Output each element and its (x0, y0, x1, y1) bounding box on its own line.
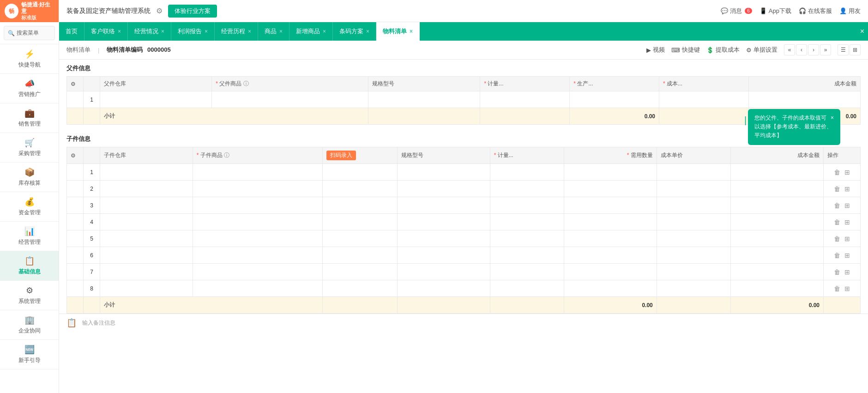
delete-row7-icon[interactable]: 🗑 (834, 268, 840, 276)
child-col-settings[interactable]: ⚙ (67, 147, 84, 164)
parent-row1-production[interactable] (570, 91, 659, 108)
child-row3-unit-price[interactable] (657, 197, 731, 214)
child-row5-warehouse[interactable] (100, 230, 193, 247)
delete-row4-icon[interactable]: 🗑 (834, 218, 840, 226)
sidebar-item-inventory[interactable]: 📦 库存核算 (0, 163, 59, 192)
parent-row1-cost[interactable] (659, 91, 748, 108)
video-button[interactable]: ▶ 视频 (646, 46, 665, 54)
last-page-button[interactable]: » (820, 44, 831, 55)
sidebar-item-basic-info[interactable]: 📋 基础信息 (0, 251, 59, 281)
copy-row4-icon[interactable]: ⊞ (844, 218, 850, 226)
child-row1-unit-price[interactable] (657, 164, 731, 181)
copy-row1-icon[interactable]: ⊞ (844, 169, 850, 176)
child-row4-qty[interactable] (564, 214, 657, 230)
child-row3-unit[interactable] (490, 197, 564, 214)
child-row3-qty[interactable] (564, 197, 657, 214)
app-download-button[interactable]: 📱 App下载 (760, 7, 791, 15)
note-placeholder[interactable]: 输入备注信息 (82, 319, 115, 327)
tooltip-close-button[interactable]: × (831, 114, 834, 122)
parent-row1-spec[interactable] (368, 91, 480, 108)
child-row7-product[interactable] (193, 264, 322, 280)
child-row8-product[interactable] (193, 280, 322, 297)
tab-barcode[interactable]: 条码方案 × (333, 22, 376, 41)
parent-col-settings[interactable]: ⚙ (67, 77, 84, 91)
sidebar-item-sales[interactable]: 💼 销售管理 (0, 103, 59, 133)
delete-row1-icon[interactable]: 🗑 (834, 169, 840, 176)
close-all-tabs-button[interactable]: × (860, 27, 864, 36)
scan-input-button[interactable]: 扫码录入 (326, 151, 356, 160)
child-row6-qty[interactable] (564, 247, 657, 264)
tab-history[interactable]: 经营历程 × (215, 22, 258, 41)
child-row8-warehouse[interactable] (100, 280, 193, 297)
delete-row8-icon[interactable]: 🗑 (834, 285, 840, 292)
message-button[interactable]: 💬 消息 6 (721, 7, 752, 15)
copy-row6-icon[interactable]: ⊞ (844, 252, 850, 259)
child-row2-warehouse[interactable] (100, 181, 193, 197)
settings-gear-icon[interactable]: ⚙ (156, 6, 163, 15)
sidebar-item-enterprise[interactable]: 🏢 企业协同 (0, 310, 59, 340)
child-row4-unit-price[interactable] (657, 214, 731, 230)
child-row7-unit-price[interactable] (657, 264, 731, 280)
tab-close-customers[interactable]: × (118, 28, 121, 35)
child-row3-spec[interactable] (398, 197, 490, 214)
child-row2-unit[interactable] (490, 181, 564, 197)
child-row2-qty[interactable] (564, 181, 657, 197)
parent-row1-warehouse[interactable] (100, 91, 212, 108)
tab-close-bom[interactable]: × (410, 28, 413, 35)
delete-row5-icon[interactable]: 🗑 (834, 235, 840, 242)
tab-customers[interactable]: 客户联络 × (84, 22, 128, 41)
tab-close-products[interactable]: × (279, 28, 283, 35)
sidebar-item-finance[interactable]: 💰 资金管理 (0, 192, 59, 222)
child-row4-product[interactable] (193, 214, 322, 230)
tab-profit[interactable]: 利润报告 × (171, 22, 215, 41)
child-row1-unit[interactable] (490, 164, 564, 181)
child-row2-spec[interactable] (398, 181, 490, 197)
child-row8-unit[interactable] (490, 280, 564, 297)
user-button[interactable]: 👤 用友 (839, 7, 861, 15)
extract-cost-button[interactable]: 💲 提取成本 (706, 46, 740, 54)
child-row1-warehouse[interactable] (100, 164, 193, 181)
child-row6-product[interactable] (193, 247, 322, 264)
child-row6-warehouse[interactable] (100, 247, 193, 264)
prev-page-button[interactable]: ‹ (796, 44, 807, 55)
search-menu-button[interactable]: 🔍 搜索菜单 (4, 26, 55, 40)
parent-row1-product[interactable] (212, 91, 368, 108)
breadcrumb-bom-list[interactable]: 物料清单 (66, 46, 90, 54)
copy-row2-icon[interactable]: ⊞ (844, 185, 850, 193)
child-row1-qty[interactable] (564, 164, 657, 181)
delete-row3-icon[interactable]: 🗑 (834, 202, 840, 209)
delete-row2-icon[interactable]: 🗑 (834, 185, 840, 193)
trial-button[interactable]: 体验行业方案 (168, 5, 217, 18)
child-row8-qty[interactable] (564, 280, 657, 297)
child-row8-unit-price[interactable] (657, 280, 731, 297)
child-row6-spec[interactable] (398, 247, 490, 264)
child-row5-unit[interactable] (490, 230, 564, 247)
tab-close-new-products[interactable]: × (323, 28, 326, 35)
child-row2-unit-price[interactable] (657, 181, 731, 197)
online-service-button[interactable]: 🎧 在线客服 (799, 7, 832, 15)
card-view-button[interactable]: ⊞ (850, 44, 861, 55)
child-row5-unit-price[interactable] (657, 230, 731, 247)
parent-row1-unit[interactable] (480, 91, 570, 108)
sidebar-item-purchase[interactable]: 🛒 采购管理 (0, 133, 59, 163)
tab-bom[interactable]: 物料清单 × (376, 22, 420, 41)
copy-row8-icon[interactable]: ⊞ (844, 285, 850, 292)
sidebar-item-operations[interactable]: 📊 经营管理 (0, 222, 59, 251)
single-settings-button[interactable]: ⚙ 单据设置 (746, 46, 778, 54)
copy-row7-icon[interactable]: ⊞ (844, 268, 850, 276)
next-page-button[interactable]: › (808, 44, 819, 55)
child-row3-product[interactable] (193, 197, 322, 214)
tab-products[interactable]: 商品 × (258, 22, 289, 41)
sidebar-item-marketing[interactable]: 📣 营销推广 (0, 74, 59, 103)
tab-close-barcode[interactable]: × (366, 28, 369, 35)
child-row7-qty[interactable] (564, 264, 657, 280)
copy-row5-icon[interactable]: ⊞ (844, 235, 850, 242)
sidebar-item-guide[interactable]: 🆕 新手引导 (0, 340, 59, 369)
tab-operations-status[interactable]: 经营情况 × (128, 22, 171, 41)
child-row4-warehouse[interactable] (100, 214, 193, 230)
tab-close-operations[interactable]: × (161, 28, 164, 35)
child-row7-unit[interactable] (490, 264, 564, 280)
sidebar-item-quick-nav[interactable]: ⚡ 快捷导航 (0, 44, 59, 74)
child-row7-warehouse[interactable] (100, 264, 193, 280)
child-row1-product[interactable] (193, 164, 322, 181)
